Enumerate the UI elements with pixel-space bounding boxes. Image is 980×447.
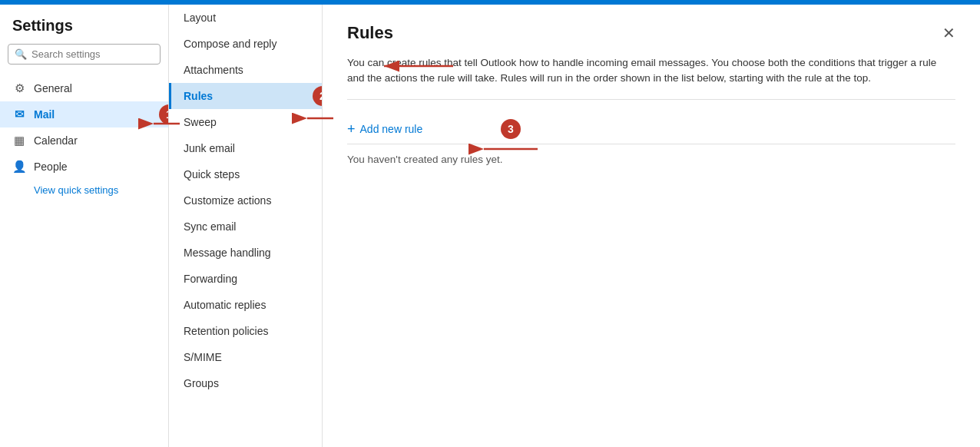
- annotation-badge-1: 1: [159, 104, 169, 124]
- search-icon: 🔍: [15, 48, 27, 60]
- main-content: Rules ✕ You can create rules that tell O…: [323, 5, 980, 447]
- mid-item-automatic-replies[interactable]: Automatic replies: [169, 292, 322, 318]
- sidebar-item-general[interactable]: ⚙ General: [0, 75, 168, 101]
- mid-item-forwarding[interactable]: Forwarding: [169, 266, 322, 292]
- mid-item-layout[interactable]: Layout: [169, 5, 322, 31]
- mid-item-attachments[interactable]: Attachments: [169, 57, 322, 83]
- sidebar-item-calendar-label: Calendar: [34, 134, 78, 147]
- gear-icon: ⚙: [12, 81, 26, 95]
- mail-icon: ✉: [12, 108, 26, 121]
- sidebar-item-people[interactable]: 👤 People: [0, 154, 168, 180]
- mid-item-sweep[interactable]: Sweep: [169, 109, 322, 135]
- middle-panel: Layout Compose and reply Attachments Rul…: [169, 5, 323, 447]
- people-icon: 👤: [12, 160, 26, 174]
- page-title: Rules: [347, 23, 393, 43]
- calendar-icon: ▦: [12, 134, 26, 147]
- add-rule-label: Add new rule: [360, 123, 423, 135]
- mid-item-groups[interactable]: Groups: [169, 370, 322, 396]
- mid-item-rules-label: Rules: [184, 90, 213, 102]
- view-quick-settings-link[interactable]: View quick settings: [0, 180, 168, 200]
- main-container: Settings 🔍 ⚙ General ✉ Mail 1 ▦ Calendar…: [0, 5, 980, 447]
- sidebar: Settings 🔍 ⚙ General ✉ Mail 1 ▦ Calendar…: [0, 5, 169, 447]
- sidebar-item-general-label: General: [34, 82, 72, 94]
- mid-item-retention-policies[interactable]: Retention policies: [169, 318, 322, 344]
- mid-item-message-handling[interactable]: Message handling: [169, 240, 322, 266]
- empty-state-text: You haven't created any rules yet.: [347, 154, 955, 165]
- close-button[interactable]: ✕: [942, 25, 955, 41]
- sidebar-title: Settings: [0, 14, 168, 44]
- sidebar-item-calendar[interactable]: ▦ Calendar: [0, 127, 168, 154]
- sidebar-item-mail-label: Mail: [34, 108, 55, 121]
- mid-item-rules[interactable]: Rules 2: [169, 83, 322, 109]
- content-header: Rules ✕: [347, 23, 955, 43]
- mid-item-sync-email[interactable]: Sync email: [169, 214, 322, 240]
- sidebar-item-people-label: People: [34, 161, 68, 173]
- mid-item-quick-steps[interactable]: Quick steps: [169, 161, 322, 187]
- search-input[interactable]: [31, 48, 154, 60]
- mid-item-customize-actions[interactable]: Customize actions: [169, 187, 322, 214]
- annotation-badge-3: 3: [501, 119, 521, 139]
- mid-item-compose-reply[interactable]: Compose and reply: [169, 31, 322, 57]
- add-new-rule-button[interactable]: + Add new rule: [347, 121, 422, 137]
- search-box[interactable]: 🔍: [8, 44, 161, 65]
- sidebar-item-mail[interactable]: ✉ Mail 1: [0, 101, 168, 127]
- mid-item-junk-email[interactable]: Junk email: [169, 135, 322, 161]
- content-description: You can create rules that tell Outlook h…: [347, 55, 955, 100]
- add-rule-row: + Add new rule 3: [347, 115, 955, 144]
- mid-item-smime[interactable]: S/MIME: [169, 344, 322, 370]
- annotation-badge-2: 2: [313, 86, 323, 106]
- plus-icon: +: [347, 121, 356, 137]
